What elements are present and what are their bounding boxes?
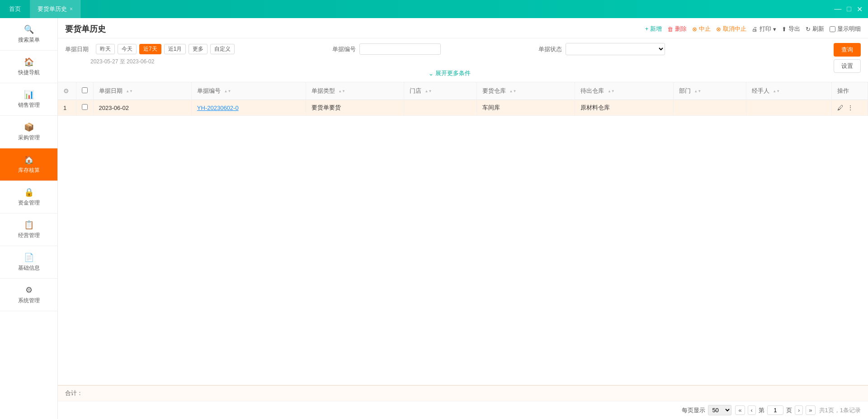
td-bill-type: 要货单要货 — [306, 100, 404, 116]
operations-icon: 📋 — [24, 220, 34, 230]
td-store — [404, 100, 476, 116]
top-bar: 首页 要货单历史 × — □ ✕ — [0, 0, 868, 18]
filter-row-1: 单据日期 昨天 今天 近7天 近1月 更多 自定义 单据编号 — [65, 43, 834, 55]
date-btn-1month[interactable]: 近1月 — [164, 44, 186, 54]
minimize-icon[interactable]: — — [834, 5, 841, 13]
next-page-button[interactable]: › — [795, 405, 803, 415]
table-row: 1 2023-06-02 YH-20230602-0 要货单要货 — [58, 100, 868, 116]
edit-icon[interactable]: 🖊 — [837, 104, 844, 111]
date-filters: 昨天 今天 近7天 近1月 更多 自定义 — [96, 44, 235, 54]
pagination-bar: 每页显示 50 20 100 200 « ‹ 第 页 › » 共1页，1条记录 — [58, 401, 868, 419]
refresh-button[interactable]: ↻ 刷新 — [806, 25, 824, 33]
per-page-label: 每页显示 — [682, 406, 705, 414]
th-handler: 经手人 ▲▼ — [746, 82, 831, 100]
td-req-warehouse: 车间库 — [476, 100, 575, 116]
finance-icon: 🔒 — [24, 187, 34, 197]
bill-no-link[interactable]: YH-20230602-0 — [197, 105, 239, 111]
settings-button[interactable]: 设置 — [834, 59, 861, 73]
date-filter-label: 单据日期 — [65, 45, 89, 53]
bill-no-input[interactable] — [359, 43, 441, 55]
total-info: 共1页，1条记录 — [819, 406, 861, 414]
sort-outwh-icon[interactable]: ▲▼ — [608, 89, 615, 93]
footer-summary: 合计： — [58, 385, 868, 401]
summary-label: 合计： — [65, 390, 83, 396]
sidebar-item-operations[interactable]: 📋 经营管理 — [0, 214, 57, 246]
select-all-checkbox[interactable] — [82, 87, 88, 93]
column-settings-icon[interactable]: ⚙ — [63, 87, 69, 95]
tab-close-icon[interactable]: × — [70, 6, 73, 12]
last-page-button[interactable]: » — [806, 405, 815, 415]
export-icon: ⬆ — [782, 26, 787, 33]
page-unit: 页 — [786, 406, 792, 414]
td-dept — [673, 100, 746, 116]
sort-billno-icon[interactable]: ▲▼ — [224, 89, 231, 93]
table-header-row: ⚙ 单据日期 ▲▼ 单据编号 ▲▼ — [58, 82, 868, 100]
date-btn-today[interactable]: 今天 — [118, 44, 137, 54]
page-header: 要货单历史 + 新增 🗑 删除 ⊗ 中止 ⊗ 取消中止 🖨 打印 — [58, 18, 868, 38]
sort-reqwh-icon[interactable]: ▲▼ — [509, 89, 517, 93]
window-controls: — □ ✕ — [829, 5, 868, 14]
sort-handler-icon[interactable]: ▲▼ — [773, 89, 780, 93]
date-btn-7days[interactable]: 近7天 — [139, 44, 161, 54]
print-button[interactable]: 🖨 打印 ▾ — [752, 25, 776, 33]
delete-button[interactable]: 🗑 删除 — [667, 25, 687, 33]
close-icon[interactable]: ✕ — [857, 5, 863, 14]
stop-icon: ⊗ — [692, 26, 697, 33]
requisition-table: ⚙ 单据日期 ▲▼ 单据编号 ▲▼ — [58, 82, 868, 116]
sidebar-item-sales[interactable]: 📊 销售管理 — [0, 83, 57, 116]
sidebar-item-system[interactable]: ⚙ 系统管理 — [0, 279, 57, 311]
system-icon: ⚙ — [25, 285, 33, 295]
cancel-stop-icon: ⊗ — [716, 26, 721, 33]
sidebar-item-quicknav[interactable]: 🏠 快捷导航 — [0, 51, 57, 83]
per-page-select[interactable]: 50 20 100 200 — [708, 405, 731, 415]
sidebar-item-finance[interactable]: 🔒 资金管理 — [0, 181, 57, 214]
sidebar-item-inventory[interactable]: 🏠 库存核算 — [0, 148, 57, 181]
row-checkbox[interactable] — [82, 104, 88, 110]
th-date: 单据日期 ▲▼ — [93, 82, 191, 100]
query-button[interactable]: 查询 — [834, 43, 861, 57]
first-page-button[interactable]: « — [735, 405, 745, 415]
filter-actions: 查询 设置 — [834, 43, 861, 73]
display-detail-toggle[interactable]: 显示明细 — [830, 25, 861, 33]
expand-more-btn[interactable]: ⌄ 展开更多条件 — [429, 69, 471, 77]
export-button[interactable]: ⬆ 导出 — [782, 25, 800, 33]
display-detail-checkbox[interactable] — [830, 26, 835, 32]
status-select[interactable] — [566, 43, 665, 55]
th-checkbox — [76, 82, 93, 100]
date-btn-yesterday[interactable]: 昨天 — [96, 44, 115, 54]
td-date: 2023-06-02 — [93, 100, 191, 116]
date-btn-custom[interactable]: 自定义 — [210, 44, 235, 54]
td-operation: 🖊 ⋮ — [832, 100, 868, 116]
new-button[interactable]: + 新增 — [645, 25, 662, 33]
page-actions: + 新增 🗑 删除 ⊗ 中止 ⊗ 取消中止 🖨 打印 ▾ — [645, 25, 861, 33]
op-icons: 🖊 ⋮ — [837, 104, 862, 111]
maximize-icon[interactable]: □ — [847, 5, 851, 13]
date-btn-more[interactable]: 更多 — [189, 44, 208, 54]
cancel-stop-button[interactable]: ⊗ 取消中止 — [716, 25, 746, 33]
purchase-icon: 📦 — [24, 122, 34, 132]
delete-icon: 🗑 — [667, 26, 673, 33]
td-index: 1 — [58, 100, 76, 116]
th-store: 门店 ▲▼ — [404, 82, 476, 100]
th-operation: 操作 — [832, 82, 868, 100]
td-checkbox — [76, 100, 93, 116]
th-req-warehouse: 要货仓库 ▲▼ — [476, 82, 575, 100]
tab-home[interactable]: 首页 — [0, 0, 30, 18]
more-icon[interactable]: ⋮ — [847, 104, 854, 111]
inventory-icon: 🏠 — [24, 155, 34, 165]
sidebar-item-search[interactable]: 🔍 搜索菜单 — [0, 18, 57, 51]
sidebar-item-purchase[interactable]: 📦 采购管理 — [0, 116, 57, 148]
stop-button[interactable]: ⊗ 中止 — [692, 25, 711, 33]
sort-store-icon[interactable]: ▲▼ — [425, 89, 432, 93]
sidebar-item-basic-info[interactable]: 📄 基础信息 — [0, 246, 57, 279]
tab-requisition-history[interactable]: 要货单历史 × — [30, 0, 80, 18]
prev-page-button[interactable]: ‹ — [748, 405, 756, 415]
page-title: 要货单历史 — [65, 24, 106, 34]
sort-billtype-icon[interactable]: ▲▼ — [338, 89, 345, 93]
expand-icon: ⌄ — [429, 70, 434, 77]
th-out-warehouse: 待出仓库 ▲▼ — [575, 82, 673, 100]
page-nav: « ‹ 第 页 › » — [735, 405, 815, 415]
sort-date-icon[interactable]: ▲▼ — [126, 89, 133, 93]
sort-dept-icon[interactable]: ▲▼ — [694, 89, 701, 93]
page-input[interactable] — [767, 405, 783, 415]
